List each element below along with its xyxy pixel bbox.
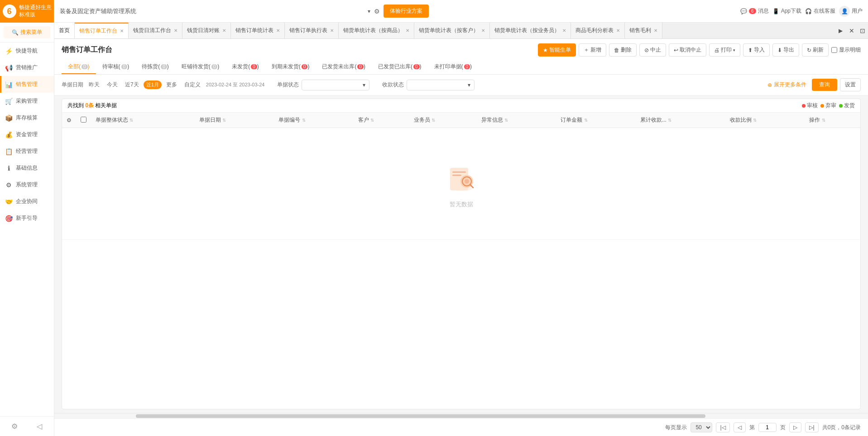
search-settings-button[interactable]: 设置 [840, 78, 861, 91]
tab-close-icon[interactable]: ✕ [120, 28, 124, 33]
scrollbar-thumb[interactable] [136, 414, 705, 418]
page-first-button[interactable]: |◁ [716, 422, 729, 432]
filter-tab-待拣货[interactable]: 待拣货(0) [135, 60, 175, 74]
filter-tab-旺铺待发货[interactable]: 旺铺待发货(0) [175, 60, 226, 74]
date-option-更多[interactable]: 更多 [163, 80, 180, 90]
sort-icon[interactable]: ⇅ [822, 118, 825, 123]
app-download-button[interactable]: 📱 App下载 [772, 7, 801, 15]
tab-close-all-button[interactable]: ✕ [846, 27, 857, 34]
filter-tab-待审核[interactable]: 待审核(0) [96, 60, 136, 74]
sidebar-item-marketing[interactable]: 📢 营销推广 [0, 59, 54, 76]
filter-tab-全部[interactable]: 全部(0) [62, 60, 96, 74]
cancel-stop-button[interactable]: ↩ 取消中止 [669, 43, 706, 57]
tab-close-icon[interactable]: ✕ [276, 28, 280, 33]
page-next-button[interactable]: ▷ [789, 422, 801, 432]
sidebar-item-enterprise[interactable]: 🤝 企业协同 [0, 193, 54, 210]
tab-money-clear[interactable]: 钱货日清工作台✕ [129, 23, 182, 39]
page-last-button[interactable]: ▷| [805, 422, 819, 432]
tab-close-icon[interactable]: ✕ [616, 28, 620, 33]
tab-home[interactable]: 首页 [54, 23, 75, 39]
cancel-approve-action-button[interactable]: 弃审 [820, 102, 836, 109]
tab-sales-by-product[interactable]: 销货单统计表（按商品）✕ [339, 23, 414, 39]
col-异常信息[interactable]: 异常信息 ⇅ [477, 113, 556, 128]
sidebar-item-purchase[interactable]: 🛒 采购管理 [0, 93, 54, 109]
sort-icon[interactable]: ⇅ [432, 118, 435, 123]
col-订单金额[interactable]: 订单金额 ⇅ [556, 113, 636, 128]
ship-action-button[interactable]: 发货 [839, 102, 855, 109]
sort-icon[interactable]: ⇅ [584, 118, 588, 123]
sidebar-item-system[interactable]: ⚙ 系统管理 [0, 176, 54, 193]
tab-money-reconcile[interactable]: 钱货日清对账✕ [182, 23, 231, 39]
col-操作[interactable]: 操作 ⇅ [805, 113, 860, 128]
sort-icon[interactable]: ⇅ [370, 118, 374, 123]
tab-maximize-button[interactable]: ⊡ [857, 27, 868, 34]
tab-more-button[interactable]: ▶ [835, 28, 846, 34]
import-button[interactable]: ⬆ 导入 [743, 43, 770, 57]
horizontal-scrollbar[interactable] [54, 413, 868, 418]
col-checkbox[interactable] [76, 113, 91, 128]
refresh-button[interactable]: ↻ 刷新 [802, 43, 829, 57]
col-单据整体状态[interactable]: 单据整体状态 ⇅ [91, 113, 195, 128]
sort-icon[interactable]: ⇅ [504, 118, 508, 123]
sort-icon[interactable]: ⇅ [302, 118, 306, 123]
tab-sales-by-customer[interactable]: 销货单统计表（按客户）✕ [414, 23, 490, 39]
solution-button[interactable]: 体验行业方案 [384, 5, 429, 18]
tab-close-icon[interactable]: ✕ [562, 28, 566, 33]
sidebar-item-inventory[interactable]: 📦 库存核算 [0, 109, 54, 126]
tab-profit-analysis[interactable]: 商品毛利分析表✕ [571, 23, 625, 39]
sidebar-item-sales[interactable]: 📊 销售管理 [0, 76, 54, 93]
tab-close-icon[interactable]: ✕ [174, 28, 177, 33]
col-单据编号[interactable]: 单据编号 ⇅ [274, 113, 354, 128]
delete-button[interactable]: 🗑 删除 [609, 43, 637, 57]
tab-sales-exec[interactable]: 销售订单执行表✕ [285, 23, 339, 39]
col-累计收款...[interactable]: 累计收款... ⇅ [636, 113, 725, 128]
sort-icon[interactable]: ⇅ [753, 118, 757, 123]
date-option-自定义[interactable]: 自定义 [182, 80, 203, 90]
settings-button[interactable]: ⚙ [4, 420, 25, 432]
filter-tab-已发货已出库[interactable]: 已发货已出库(0) [372, 60, 428, 74]
message-button[interactable]: 💬 6 消息 [740, 7, 769, 15]
sort-icon[interactable]: ⇅ [129, 118, 133, 123]
sidebar-item-quick-nav[interactable]: ⚡ 快捷导航 [0, 43, 54, 59]
sidebar-item-finance[interactable]: 💰 资金管理 [0, 126, 54, 143]
show-detail-checkbox[interactable]: 显示明细 [831, 46, 861, 54]
export-button[interactable]: ⬇ 导出 [772, 43, 799, 57]
online-service-button[interactable]: 🎧 在线客服 [805, 7, 835, 15]
col-单据日期[interactable]: 单据日期 ⇅ [195, 113, 274, 128]
date-option-近1月[interactable]: 近1月 [144, 81, 162, 89]
sort-icon[interactable]: ⇅ [222, 118, 226, 123]
tab-sales-stats[interactable]: 销售订单统计表✕ [231, 23, 285, 39]
expand-conditions-button[interactable]: ⊕ 展开更多条件 [767, 81, 806, 89]
col-settings[interactable]: ⚙ [62, 113, 76, 128]
stop-button[interactable]: ⊘ 中止 [639, 43, 666, 57]
tab-close-icon[interactable]: ✕ [481, 28, 485, 33]
tab-close-icon[interactable]: ✕ [330, 28, 334, 33]
sidebar-item-guide[interactable]: 🎯 新手引导 [0, 210, 54, 227]
tab-close-icon[interactable]: ✕ [222, 28, 226, 33]
page-prev-button[interactable]: ◁ [734, 422, 746, 432]
smart-generate-button[interactable]: ★ 智能生单 [538, 43, 576, 57]
add-button[interactable]: ＋ 新增 [579, 43, 606, 57]
sort-icon[interactable]: ⇅ [668, 118, 671, 123]
print-button[interactable]: 🖨 打印 ▾ [709, 43, 740, 57]
dropdown-icon[interactable]: ▾ [368, 8, 370, 14]
tab-close-icon[interactable]: ✕ [654, 28, 657, 33]
payment-select[interactable]: ▾ [407, 80, 475, 90]
tab-sales-by-staff[interactable]: 销货单统计表（按业务员）✕ [490, 23, 571, 39]
date-option-今天[interactable]: 今天 [104, 80, 120, 90]
col-客户[interactable]: 客户 ⇅ [354, 113, 409, 128]
approve-action-button[interactable]: 审核 [802, 102, 818, 109]
status-select[interactable]: ▾ [302, 80, 369, 90]
col-业务员[interactable]: 业务员 ⇅ [409, 113, 477, 128]
filter-tab-未打印单据[interactable]: 未打印单据(0) [428, 60, 479, 74]
filter-tab-到期未发货[interactable]: 到期未发货(0) [265, 60, 316, 74]
user-menu[interactable]: 👤 用户 [839, 6, 863, 17]
filter-tab-未发货[interactable]: 未发货(0) [225, 60, 265, 74]
query-button[interactable]: 查询 [812, 79, 837, 91]
per-page-select[interactable]: 50 [691, 422, 712, 432]
col-收款比例[interactable]: 收款比例 ⇅ [725, 113, 805, 128]
tab-sales-profit[interactable]: 销售毛利✕ [625, 23, 662, 39]
search-menu-button[interactable]: 🔍 搜索菜单 [4, 26, 50, 38]
filter-tab-已发货未出库[interactable]: 已发货未出库(0) [316, 60, 372, 74]
sidebar-search[interactable]: 🔍 搜索菜单 [0, 23, 54, 43]
